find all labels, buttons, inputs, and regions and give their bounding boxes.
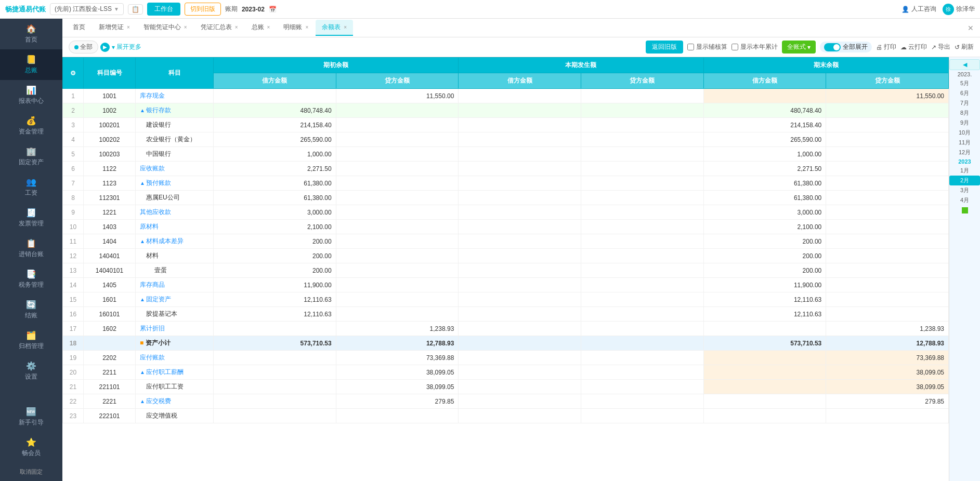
year-2023-prev[interactable]: 2023. bbox=[956, 70, 974, 78]
row-name-link[interactable]: 库存商品 bbox=[140, 281, 165, 288]
expand-more-button[interactable]: ▾ 展开更多 bbox=[112, 43, 141, 51]
sidebar-item-home[interactable]: 🏠 首页 bbox=[0, 19, 62, 49]
month-11[interactable]: 11月 bbox=[949, 138, 980, 148]
sidebar-item-reports[interactable]: 📊 报表中心 bbox=[0, 80, 62, 111]
sidebar-item-tax[interactable]: 📑 税务管理 bbox=[0, 264, 62, 295]
sidebar-item-archive[interactable]: 🗂️ 归档管理 bbox=[0, 325, 62, 356]
row-expand-icon[interactable]: ▲ bbox=[140, 180, 145, 186]
tab-add-voucher[interactable]: 新增凭证 × bbox=[93, 20, 136, 36]
sidebar-item-salary[interactable]: 👥 工资 bbox=[0, 172, 62, 203]
row-name-link[interactable]: 库存现金 bbox=[140, 92, 165, 99]
code-header: 科目编号 bbox=[84, 58, 136, 89]
month-5[interactable]: 5月 bbox=[949, 78, 980, 88]
sidebar-item-guide[interactable]: 🆕 新手引导 bbox=[0, 402, 62, 432]
month-6[interactable]: 6月 bbox=[949, 88, 980, 98]
tab-add-voucher-close[interactable]: × bbox=[127, 24, 130, 30]
refresh-button[interactable]: ↺ 刷新 bbox=[955, 43, 974, 51]
month-10[interactable]: 10月 bbox=[949, 128, 980, 138]
settings-header[interactable]: ⚙ bbox=[63, 58, 84, 89]
export-button[interactable]: ↗ 导出 bbox=[931, 43, 950, 51]
member-icon: ⭐ bbox=[26, 437, 36, 447]
row-expand-icon[interactable]: ▲ bbox=[140, 297, 145, 302]
month-1[interactable]: 1月 bbox=[949, 166, 980, 176]
sidebar-item-invoice[interactable]: 🧾 发票管理 bbox=[0, 203, 62, 233]
row-name-link[interactable]: 固定资产 bbox=[146, 296, 171, 303]
tab-balance-sheet[interactable]: 余额表 × bbox=[316, 20, 353, 36]
close-all-tabs-button[interactable]: ✕ bbox=[965, 22, 976, 34]
workbench-button[interactable]: 工作台 bbox=[147, 3, 180, 16]
expand-panel-button[interactable]: ◀ bbox=[949, 59, 980, 70]
auxiliary-checkbox[interactable] bbox=[687, 44, 694, 50]
tab-detail-ledger-close[interactable]: × bbox=[305, 24, 308, 30]
row-seq: 2 bbox=[63, 103, 84, 118]
row-expand-icon[interactable]: ▲ bbox=[140, 398, 145, 404]
tab-smart-voucher-close[interactable]: × bbox=[184, 24, 187, 30]
sidebar-item-capital[interactable]: 💰 资金管理 bbox=[0, 111, 62, 141]
style-button[interactable]: 全账式 ▾ bbox=[782, 41, 816, 54]
month-4[interactable]: 4月 bbox=[949, 195, 980, 205]
style-chevron-icon: ▾ bbox=[807, 44, 811, 51]
table-row: 2 1002 ▲银行存款 480,748.40 480,748.40 bbox=[63, 103, 949, 118]
row-name-link[interactable]: 应交税费 bbox=[146, 397, 171, 405]
company-selector[interactable]: (先前) 江西股金-LSS ▼ bbox=[50, 3, 124, 15]
row-name-link[interactable]: 其他应收款 bbox=[140, 208, 171, 216]
row-name-link[interactable]: 银行存款 bbox=[146, 106, 171, 114]
show-auxiliary-check[interactable]: 显示辅核算 bbox=[687, 43, 727, 51]
filter-arrow[interactable]: ▶ bbox=[100, 43, 110, 52]
begin-debit: 11,900.00 bbox=[214, 278, 336, 292]
filter-button[interactable]: 全部 bbox=[69, 41, 98, 54]
return-old-button[interactable]: 返回旧版 bbox=[646, 41, 683, 54]
row-name-link[interactable]: 累计折旧 bbox=[140, 325, 165, 332]
begin-debit: 573,710.53 bbox=[214, 336, 336, 351]
row-code: 100202 bbox=[84, 132, 136, 147]
year-2023[interactable]: 2023 bbox=[956, 157, 973, 166]
row-name-link[interactable]: 应收账款 bbox=[140, 165, 165, 172]
ytd-checkbox[interactable] bbox=[731, 44, 738, 50]
row-code: 2202 bbox=[84, 351, 136, 365]
tab-detail-ledger[interactable]: 明细账 × bbox=[277, 20, 315, 36]
row-name-link[interactable]: 材料成本差异 bbox=[146, 237, 184, 245]
row-name-link[interactable]: 预付账款 bbox=[146, 179, 171, 186]
sidebar-item-purchase[interactable]: 📋 进销台账 bbox=[0, 233, 62, 264]
tab-home[interactable]: 首页 bbox=[67, 20, 92, 36]
switch-old-button[interactable]: 切到旧版 bbox=[185, 3, 221, 16]
row-name-link[interactable]: 应付职工薪酬 bbox=[146, 368, 184, 376]
tab-voucher-summary[interactable]: 凭证汇总表 × bbox=[194, 20, 244, 36]
row-seq: 20 bbox=[63, 365, 84, 380]
tab-smart-voucher[interactable]: 智能凭证中心 × bbox=[137, 20, 193, 36]
sidebar-item-ledger[interactable]: 📒 总账 bbox=[0, 49, 62, 80]
tab-general-ledger[interactable]: 总账 × bbox=[245, 20, 277, 36]
month-3[interactable]: 3月 bbox=[949, 185, 980, 195]
month-2[interactable]: 2月 bbox=[949, 176, 980, 185]
cloud-print-button[interactable]: ☁ 云打印 bbox=[900, 43, 927, 51]
tab-balance-sheet-close[interactable]: × bbox=[344, 24, 347, 30]
tab-general-ledger-close[interactable]: × bbox=[267, 24, 270, 30]
user-info[interactable]: 徐 徐泽华 bbox=[943, 4, 975, 15]
sidebar-item-settings[interactable]: ⚙️ 设置 bbox=[0, 356, 62, 386]
row-expand-icon[interactable]: ▲ bbox=[140, 369, 145, 375]
row-expand-icon[interactable]: ▲ bbox=[140, 238, 145, 244]
month-7[interactable]: 7月 bbox=[949, 98, 980, 108]
row-name-link[interactable]: 原材料 bbox=[140, 223, 159, 230]
show-ytd-check[interactable]: 显示本年累计 bbox=[731, 43, 778, 51]
table-row: 7 1123 ▲预付账款 61,380.00 61,380.00 bbox=[63, 176, 949, 191]
sidebar-item-settlement[interactable]: 🔄 结账 bbox=[0, 295, 62, 325]
month-8[interactable]: 8月 bbox=[949, 108, 980, 118]
month-9[interactable]: 9月 bbox=[949, 118, 980, 128]
row-expand-icon[interactable]: ▲ bbox=[140, 108, 145, 113]
row-name-link[interactable]: 应付账款 bbox=[140, 354, 165, 361]
sidebar-item-member[interactable]: ⭐ 畅会员 bbox=[0, 432, 62, 463]
cancel-fixed-button[interactable]: 取消固定 bbox=[0, 463, 62, 481]
consult-btn[interactable]: 👤 人工咨询 bbox=[901, 5, 936, 14]
table-row: 15 1601 ▲固定资产 12,110.63 12,110.63 bbox=[63, 292, 949, 307]
tab-voucher-summary-close[interactable]: × bbox=[235, 24, 238, 30]
archive-icon: 🗂️ bbox=[26, 330, 36, 340]
print-button[interactable]: 🖨 打印 bbox=[876, 43, 896, 51]
expand-all-toggle[interactable]: 全部展开 bbox=[820, 42, 872, 52]
toggle-switch[interactable] bbox=[824, 43, 841, 51]
copy-button[interactable]: 📋 bbox=[128, 4, 143, 15]
sidebar-item-assets[interactable]: 🏢 固定资产 bbox=[0, 141, 62, 172]
month-12[interactable]: 12月 bbox=[949, 148, 980, 157]
cur-credit bbox=[581, 307, 703, 322]
calendar-icon[interactable]: 📅 bbox=[269, 6, 277, 13]
